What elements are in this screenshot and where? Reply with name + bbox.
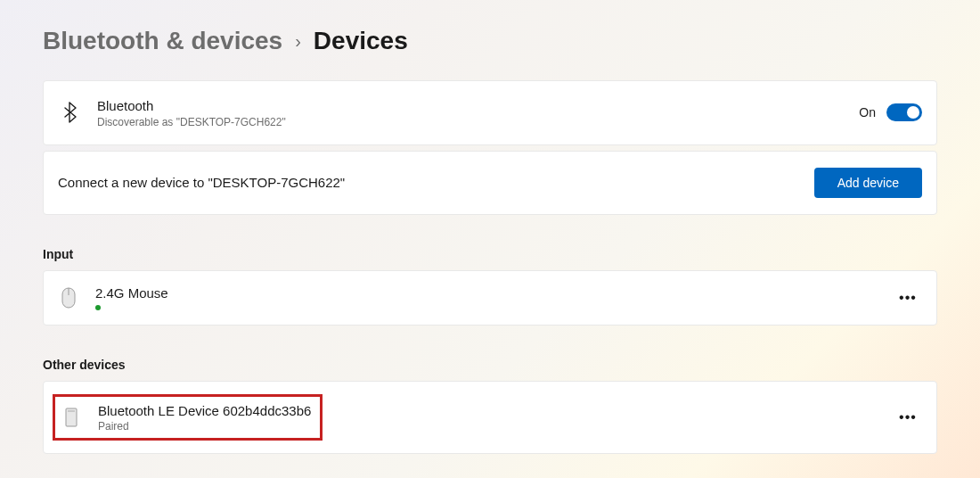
svg-rect-3: [68, 410, 75, 412]
device-row-ble[interactable]: Bluetooth LE Device 602b4ddc33b6 Paired …: [43, 381, 937, 455]
add-device-button[interactable]: Add device: [814, 168, 922, 198]
bluetooth-toggle[interactable]: [886, 103, 922, 121]
bluetooth-subtitle: Discoverable as "DESKTOP-7GCH622": [97, 116, 859, 128]
device-name: Bluetooth LE Device 602b4ddc33b6: [98, 402, 311, 420]
device-tower-icon: [61, 403, 82, 432]
connect-device-text: Connect a new device to "DESKTOP-7GCH622…: [58, 175, 814, 190]
chevron-right-icon: ›: [295, 31, 301, 52]
more-options-button[interactable]: •••: [894, 284, 922, 312]
device-name: 2.4G Mouse: [95, 284, 894, 302]
bluetooth-card: Bluetooth Discoverable as "DESKTOP-7GCH6…: [43, 80, 937, 145]
more-options-button[interactable]: •••: [894, 403, 922, 432]
breadcrumb-current: Devices: [314, 27, 408, 55]
highlight-annotation: Bluetooth LE Device 602b4ddc33b6 Paired: [53, 394, 323, 441]
mouse-icon: [58, 284, 79, 312]
breadcrumb: Bluetooth & devices › Devices: [43, 27, 937, 55]
section-heading-input: Input: [43, 247, 937, 261]
device-status: Paired: [98, 420, 311, 433]
device-row-mouse[interactable]: 2.4G Mouse •••: [43, 270, 937, 326]
bluetooth-toggle-label: On: [859, 105, 876, 120]
breadcrumb-parent[interactable]: Bluetooth & devices: [43, 27, 282, 55]
bluetooth-icon: [58, 102, 83, 123]
section-heading-other: Other devices: [43, 358, 937, 372]
connect-device-card: Connect a new device to "DESKTOP-7GCH622…: [43, 151, 937, 215]
status-dot-connected: [95, 305, 101, 310]
bluetooth-title: Bluetooth: [97, 97, 859, 115]
